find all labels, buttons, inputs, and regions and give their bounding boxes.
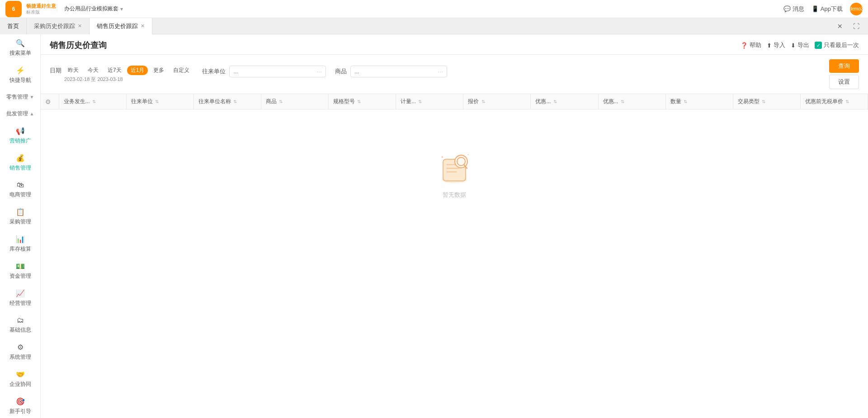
- user-menu[interactable]: demo2: [850, 3, 863, 15]
- customer-label: 往来单位: [202, 67, 226, 76]
- gear-icon[interactable]: ⚙: [45, 98, 51, 105]
- chevron-down-icon: ▾: [120, 6, 123, 12]
- search-icon: 🔍: [16, 39, 25, 48]
- empty-state: ✦ ✦ 暂无数据: [41, 109, 868, 235]
- export-btn[interactable]: ⬇ 导出: [791, 41, 809, 49]
- tab-sales-history[interactable]: 销售历史价跟踪 ✕: [90, 18, 152, 34]
- date-btn-yesterday[interactable]: 昨天: [64, 66, 82, 75]
- tab-purchase-history[interactable]: 采购历史价跟踪 ✕: [27, 18, 90, 34]
- sidebar-item-inventory[interactable]: 📊 库存核算: [0, 230, 40, 257]
- maximize-btn[interactable]: ⛶: [850, 20, 863, 33]
- sidebar-item-basic[interactable]: 🗂 基础信息: [0, 312, 40, 338]
- message-icon: 💬: [783, 5, 791, 12]
- close-tab-sales[interactable]: ✕: [141, 23, 145, 29]
- customer-search-dots[interactable]: ···: [316, 68, 322, 75]
- empty-illustration: ✦ ✦: [432, 146, 477, 191]
- sidebar-item-sales[interactable]: 💰 销售管理: [0, 149, 40, 176]
- th-business-date[interactable]: 业务发生... ⇅: [59, 94, 126, 109]
- import-btn[interactable]: ⬆ 导入: [767, 41, 785, 49]
- th-partner-code[interactable]: 往来单位 ⇅: [126, 94, 193, 109]
- topbar: 6 畅捷通好生意 标准版 办公用品行业模拟账套 ▾ 💬 消息 📱 App下载 d…: [0, 0, 868, 18]
- help-btn[interactable]: ❓ 帮助: [741, 41, 761, 49]
- product-search-dots[interactable]: ···: [438, 68, 443, 75]
- help-icon: ❓: [741, 42, 748, 49]
- app-download-btn[interactable]: 📱 App下载: [811, 5, 843, 13]
- date-btn-1month[interactable]: 近1月: [127, 66, 148, 75]
- sort-icon-quantity: ⇅: [684, 99, 687, 104]
- only-last-checkbox[interactable]: ✓ 只看最后一次: [815, 41, 859, 49]
- sort-icon-partner-name: ⇅: [233, 99, 237, 104]
- avatar: demo2: [850, 3, 863, 15]
- product-input[interactable]: [354, 68, 436, 75]
- svg-text:✦: ✦: [441, 155, 444, 159]
- product-input-wrapper[interactable]: ···: [350, 66, 447, 77]
- sidebar-item-operations[interactable]: 📈 经营管理: [0, 285, 40, 312]
- chevron-up-icon: ▲: [30, 111, 34, 116]
- sidebar-item-retail[interactable]: 零售管理 ▼: [0, 89, 40, 105]
- th-discount2[interactable]: 优惠... ⇅: [598, 94, 665, 109]
- empty-text: 暂无数据: [443, 191, 466, 199]
- sort-icon-product: ⇅: [279, 99, 283, 104]
- sidebar-item-wholesale[interactable]: 批发管理 ▲: [0, 105, 40, 122]
- sidebar-item-ecommerce[interactable]: 🛍 电商管理: [0, 176, 40, 203]
- sort-icon-spec: ⇅: [357, 99, 361, 104]
- sidebar-item-search[interactable]: 🔍 搜索菜单: [0, 34, 40, 62]
- close-all-tabs[interactable]: ✕: [834, 20, 846, 33]
- content-area: 销售历史价查询 ❓ 帮助 ⬆ 导入 ⬇ 导出 ✓ 只看最后一次: [41, 34, 868, 418]
- brand-name: 畅捷通好生意: [26, 3, 56, 9]
- date-btn-more[interactable]: 更多: [150, 66, 168, 75]
- finance-icon: 💵: [16, 262, 25, 271]
- product-filter-group: 商品 ···: [335, 66, 447, 77]
- sidebar-item-finance[interactable]: 💵 资金管理: [0, 257, 40, 285]
- sort-icon-business-date: ⇅: [92, 99, 96, 104]
- close-tab-purchase[interactable]: ✕: [78, 23, 82, 29]
- page-title: 销售历史价查询: [50, 40, 107, 51]
- system-icon: ⚙: [17, 343, 24, 352]
- data-table: ⚙ 业务发生... ⇅ 往来单位 ⇅ 往来单位名称 ⇅: [41, 94, 868, 235]
- inventory-icon: 📊: [16, 235, 25, 243]
- th-price[interactable]: 报价 ⇅: [463, 94, 531, 109]
- settings-button[interactable]: 设置: [829, 75, 859, 89]
- sidebar-item-purchase[interactable]: 📋 采购管理: [0, 203, 40, 230]
- th-discount1[interactable]: 优惠... ⇅: [531, 94, 598, 109]
- th-trade-type[interactable]: 交易类型 ⇅: [733, 94, 800, 109]
- query-button[interactable]: 查询: [829, 59, 859, 73]
- table-container: ⚙ 业务发生... ⇅ 往来单位 ⇅ 往来单位名称 ⇅: [41, 94, 868, 418]
- sidebar-item-newbie[interactable]: 🎯 新手引导: [0, 393, 40, 418]
- sidebar-item-enterprise[interactable]: 🤝 企业协同: [0, 366, 40, 393]
- sort-icon-pretax-price: ⇅: [845, 99, 849, 104]
- th-partner-name[interactable]: 往来单位名称 ⇅: [193, 94, 261, 109]
- sidebar: 🔍 搜索菜单 ⚡ 快捷导航 零售管理 ▼ 批发管理 ▲ 📢 营销推广 💰 销售管…: [0, 34, 41, 418]
- chevron-down-icon: ▼: [30, 95, 34, 100]
- operations-icon: 📈: [16, 289, 25, 298]
- th-pretax-price[interactable]: 优惠前无税单价 ⇅: [800, 94, 868, 109]
- sidebar-item-shortcuts[interactable]: ⚡ 快捷导航: [0, 62, 40, 89]
- basic-icon: 🗂: [17, 316, 24, 324]
- date-btn-7days[interactable]: 近7天: [104, 66, 125, 75]
- tabbar: 首页 采购历史价跟踪 ✕ 销售历史价跟踪 ✕ ✕ ⛶: [0, 18, 868, 34]
- sidebar-item-marketing[interactable]: 📢 营销推广: [0, 122, 40, 149]
- customer-input-wrapper[interactable]: ···: [229, 66, 326, 77]
- filter-buttons: 查询 设置: [829, 59, 859, 89]
- date-btn-custom[interactable]: 自定义: [170, 66, 193, 75]
- tab-home[interactable]: 首页: [0, 18, 27, 34]
- customer-input[interactable]: [233, 68, 315, 75]
- product-label: 商品: [335, 67, 347, 76]
- th-product[interactable]: 商品 ⇅: [261, 94, 328, 109]
- th-spec[interactable]: 规格型号 ⇅: [329, 94, 396, 109]
- marketing-icon: 📢: [16, 127, 25, 135]
- sidebar-item-system[interactable]: ⚙ 系统管理: [0, 338, 40, 366]
- sort-icon-partner-code: ⇅: [155, 99, 159, 104]
- date-buttons: 昨天 今天 近7天 近1月 更多 自定义: [64, 66, 193, 75]
- th-unit[interactable]: 计量... ⇅: [396, 94, 463, 109]
- topbar-right: 💬 消息 📱 App下载 demo2: [783, 3, 863, 15]
- sort-icon-discount2: ⇅: [621, 99, 624, 104]
- th-quantity[interactable]: 数量 ⇅: [665, 94, 733, 109]
- message-btn[interactable]: 💬 消息: [783, 5, 804, 13]
- sort-icon-discount1: ⇅: [553, 99, 557, 104]
- sort-icon-trade-type: ⇅: [762, 99, 765, 104]
- page-header: 销售历史价查询 ❓ 帮助 ⬆ 导入 ⬇ 导出 ✓ 只看最后一次: [41, 34, 868, 55]
- workspace-selector[interactable]: 办公用品行业模拟账套 ▾: [61, 3, 127, 14]
- date-btn-today[interactable]: 今天: [84, 66, 102, 75]
- th-settings: ⚙: [41, 94, 59, 109]
